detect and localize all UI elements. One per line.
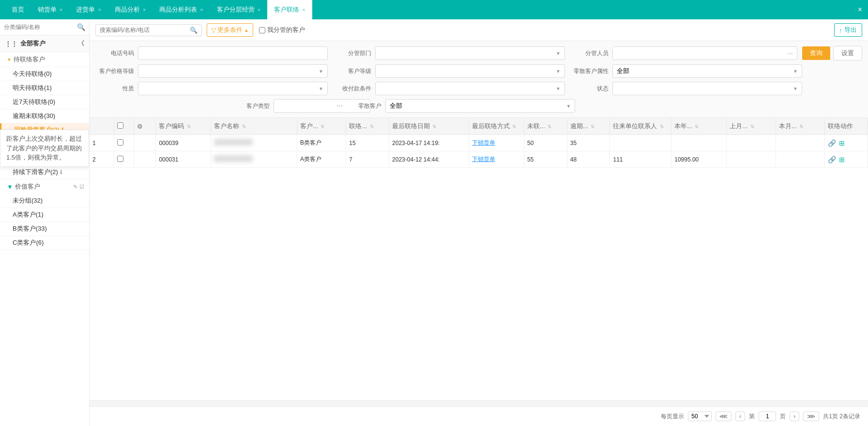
action-link-icon-2[interactable]: 🔗 [828,156,836,163]
action-grid-icon-2[interactable]: ⊞ [839,156,845,163]
value-group-check-icon[interactable]: ☑ [79,184,84,190]
retail-attr-input[interactable]: 全部 ▼ [612,64,802,78]
sidebar-collapse-btn[interactable]: 《 [78,39,84,48]
page-input[interactable] [759,411,776,421]
sort-thisyear-icon[interactable]: ⇅ [695,124,699,129]
sidebar-item-class-b[interactable]: B类客户(33) [0,222,89,236]
cell-action-2: 🔗 ⊞ [825,151,868,168]
sort-type-icon[interactable]: ⇅ [320,124,324,129]
cell-last-method-1[interactable]: 下销货单 [469,135,524,151]
first-page-btn[interactable]: ⋘ [716,411,731,421]
status-input[interactable]: ▼ [612,82,802,95]
sidebar-item-overdue[interactable]: 逾期未联络(30) [0,109,89,123]
info-icon-declining[interactable]: ℹ [60,169,62,176]
tab-purchase-close[interactable]: × [98,7,101,13]
tab-product-list-close[interactable]: × [200,7,203,13]
tab-customer-contact-close[interactable]: × [302,7,305,13]
tab-product-list[interactable]: 商品分析列表 × [152,0,210,19]
row1-checkbox[interactable] [117,139,123,146]
my-customers-check[interactable] [259,27,265,33]
sidebar-item-7days[interactable]: 近7天待联络(0) [0,95,89,109]
th-settings[interactable]: ⚙ [134,118,156,135]
prev-page-btn[interactable]: ‹ [735,411,745,421]
search-input[interactable] [100,27,190,33]
sidebar-item-class-a[interactable]: A类客户(1) [0,208,89,222]
sidebar-search-input[interactable] [4,24,77,30]
last-page-btn[interactable]: ⋙ [803,411,819,421]
price-level-field: 客户价格等级 ▼ [95,64,328,78]
search-icon[interactable]: 🔍 [190,27,198,34]
tab-sales-close[interactable]: × [60,7,62,13]
sort-contact-icon[interactable]: ⇅ [370,124,374,129]
cell-checkbox-2[interactable] [114,151,134,168]
tab-customer-segment-close[interactable]: × [258,7,260,13]
table-wrapper: ⚙ 客户编码 ⇅ 客户名称 ⇅ 客户... ⇅ [90,118,868,400]
sort-overdue-icon[interactable]: ⇅ [591,124,594,129]
person-input[interactable]: ··· [612,46,797,60]
tab-sales[interactable]: 销货单 × [31,0,69,19]
sort-name-icon[interactable]: ⇅ [242,124,246,129]
more-conditions-btn[interactable]: ▽ 更多条件 ▲ [207,23,253,37]
sidebar-item-tomorrow-label: 明天待联络(1) [13,84,52,92]
sort-related-icon[interactable]: ⇅ [660,124,664,129]
action-link-icon-1[interactable]: 🔗 [828,139,836,147]
person-more-icon[interactable]: ··· [787,49,793,57]
payment-input[interactable]: ▼ [375,82,565,95]
query-button[interactable]: 查询 [802,46,830,60]
price-level-input[interactable]: ▼ [138,64,328,78]
tab-product-analysis[interactable]: 商品分析 × [108,0,152,19]
sidebar-item-declining[interactable]: 持续下滑客户(2) ℹ [0,165,89,179]
pending-contact-label: 待联络客户 [14,55,45,64]
sidebar-search-bar[interactable]: 🔍 [0,19,89,35]
cell-related-1 [610,135,671,151]
cell-lastmonth-1 [727,135,776,151]
sidebar-item-class-c[interactable]: C类客户(6) [0,236,89,250]
customer-level-input[interactable]: ▼ [375,64,565,78]
dept-input[interactable]: ▼ [375,46,565,60]
value-customers-group[interactable]: ▼ 价值客户 ✎ ☑ [0,179,89,194]
tab-customer-segment[interactable]: 客户分层经营 × [210,0,267,19]
action-grid-icon-1[interactable]: ⊞ [839,139,845,147]
my-customers-checkbox[interactable]: 我分管的客户 [259,26,305,34]
tab-product-analysis-close[interactable]: × [143,7,146,13]
tab-home[interactable]: 首页 [5,0,31,19]
sort-method-icon[interactable]: ⇅ [512,124,516,129]
sidebar-item-ungrouped[interactable]: 未分组(32) [0,194,89,208]
pending-contact-group[interactable]: ▼ 待联络客户 [0,52,89,67]
next-page-btn[interactable]: › [790,411,799,421]
row2-checkbox[interactable] [117,156,123,162]
horizontal-scrollbar[interactable] [90,400,868,406]
select-all-checkbox[interactable] [117,122,123,129]
all-customers-title[interactable]: ⋮⋮ 全部客户 《 [0,35,89,52]
filter-bar: 🔍 ▽ 更多条件 ▲ 我分管的客户 ↑ 导出 [90,19,868,41]
window-close-button[interactable]: × [858,5,862,14]
export-button[interactable]: ↑ 导出 [834,23,863,37]
cell-unpaid-2: 55 [524,151,567,168]
settings-button[interactable]: 设置 [833,46,862,60]
sort-code-icon[interactable]: ⇅ [187,124,191,129]
gender-input[interactable]: ▼ [138,82,328,95]
th-name-label: 客户名称 [214,122,239,130]
cell-last-method-2[interactable]: 下销货单 [469,151,524,168]
row4-dots[interactable]: ··· [336,102,343,110]
value-group-edit-icon[interactable]: ✎ [73,184,77,190]
sidebar-item-today[interactable]: 今天待联络(0) [0,67,89,81]
sidebar-item-tomorrow[interactable]: 明天待联络(1) [0,81,89,95]
tab-customer-contact[interactable]: 客户联络 × [267,0,312,19]
th-thisyear: 本年... ⇅ [671,118,727,135]
phone-input[interactable] [138,46,328,60]
tab-purchase[interactable]: 进货单 × [69,0,107,19]
per-page-select[interactable]: 10 20 50 100 [688,411,712,421]
sidebar-search-icon[interactable]: 🔍 [77,23,85,31]
table-settings-icon[interactable]: ⚙ [137,123,143,130]
sort-unpaid-icon[interactable]: ⇅ [548,124,551,129]
pagination: 每页显示 10 20 50 100 ⋘ ‹ 第 页 › ⋙ 共1页 2条记录 [90,406,868,426]
per-page-label: 每页显示 [661,412,684,421]
cell-checkbox-1[interactable] [114,135,134,151]
sort-thismonth-icon[interactable]: ⇅ [799,124,803,129]
filter-row-4: 客户类型 ··· 零散客户 全部 ▼ [95,99,862,113]
retail-customer-input[interactable]: 全部 ▼ [385,99,575,113]
sort-date-icon[interactable]: ⇅ [432,124,436,129]
search-box[interactable]: 🔍 [95,24,202,36]
sort-lastmonth-icon[interactable]: ⇅ [750,124,754,129]
